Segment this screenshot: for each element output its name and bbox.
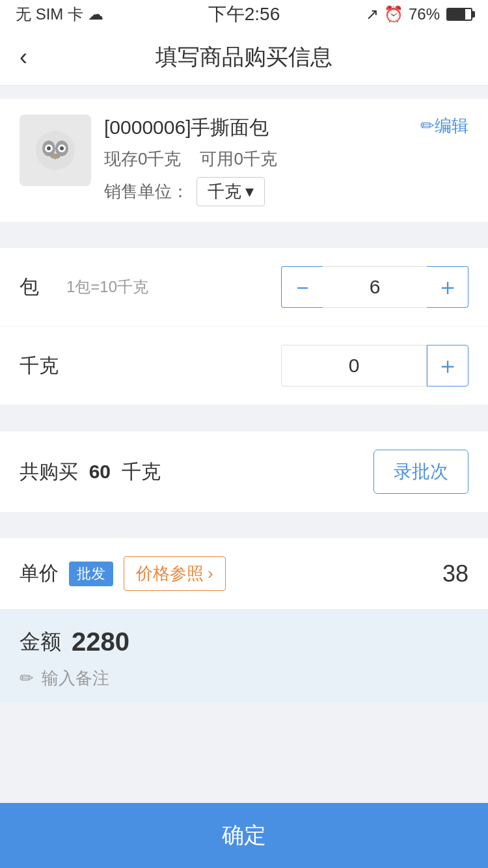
alarm-icon: ⏰	[384, 5, 403, 23]
page-wrapper: 无 SIM 卡 ☁ 下午2:56 ↗ ⏰ 76% ‹ 填写商品购买信息	[0, 0, 488, 868]
bag-quantity-input[interactable]	[323, 266, 427, 308]
battery-icon	[446, 8, 472, 21]
status-left: 无 SIM 卡 ☁	[16, 4, 103, 25]
edit-button[interactable]: ✏编辑	[420, 115, 468, 137]
status-bar: 无 SIM 卡 ☁ 下午2:56 ↗ ⏰ 76%	[0, 0, 488, 29]
kg-quantity-control: ＋	[281, 345, 468, 387]
product-card: [0000006]手撕面包 ✏编辑 现存0千克 可用0千克 销售单位： 千克 ▾	[0, 99, 488, 222]
plus-icon: ＋	[436, 271, 459, 303]
quantity-bag-row: 包 1包=10千克 － ＋	[0, 248, 488, 327]
total-unit: 千克	[122, 461, 161, 482]
svg-point-5	[47, 146, 51, 150]
total-label: 共购买 60 千克	[20, 459, 161, 485]
unit-value: 千克	[208, 180, 241, 203]
location-icon: ↗	[366, 5, 379, 23]
svg-point-0	[36, 131, 75, 170]
unit-select[interactable]: 千克 ▾	[197, 177, 265, 206]
price-value: 38	[442, 560, 468, 588]
price-row: 单价 批发 价格参照 › 38	[0, 538, 488, 609]
divider-1	[0, 222, 488, 235]
product-stock: 现存0千克 可用0千克	[104, 148, 468, 170]
amount-value: 2280	[72, 627, 129, 657]
quantity-section: 包 1包=10千克 － ＋ 千克 ＋	[0, 248, 488, 405]
product-image	[20, 115, 91, 186]
price-ref-button[interactable]: 价格参照 ›	[124, 556, 226, 591]
kg-quantity-input[interactable]	[281, 345, 427, 387]
product-info: [0000006]手撕面包 ✏编辑 现存0千克 可用0千克 销售单位： 千克 ▾	[104, 115, 468, 206]
kg-plus-button[interactable]: ＋	[427, 345, 468, 387]
total-row: 共购买 60 千克 录批次	[0, 431, 488, 512]
amount-row: 金额 2280	[20, 627, 468, 657]
amount-section: 金额 2280 ✏ 输入备注	[0, 609, 488, 703]
quantity-kg-row: 千克 ＋	[0, 327, 488, 405]
price-ref-label: 价格参照	[136, 562, 204, 585]
divider-3	[0, 512, 488, 525]
bag-quantity-control: － ＋	[281, 266, 468, 308]
product-name: [0000006]手撕面包	[104, 115, 269, 141]
remark-placeholder: 输入备注	[42, 667, 109, 690]
available-label: 可用0千克	[200, 149, 277, 169]
remark-row[interactable]: ✏ 输入备注	[20, 667, 468, 690]
remark-icon: ✏	[20, 668, 34, 688]
back-button[interactable]: ‹	[20, 37, 34, 77]
battery-fill	[448, 9, 465, 20]
divider-2	[0, 405, 488, 418]
kg-plus-icon: ＋	[436, 350, 459, 382]
record-batch-button[interactable]: 录批次	[373, 450, 468, 494]
unit-label: 销售单位：	[104, 180, 189, 203]
total-amount: 60	[89, 461, 111, 482]
status-right: ↗ ⏰ 76%	[366, 5, 472, 23]
confirm-button-text: 确定	[222, 821, 266, 850]
minus-icon: －	[291, 271, 314, 303]
stock-label: 现存0千克	[104, 149, 181, 169]
bag-plus-button[interactable]: ＋	[427, 266, 468, 308]
price-ref-arrow: ›	[208, 563, 213, 584]
price-label: 单价	[20, 560, 59, 587]
confirm-bar[interactable]: 确定	[0, 803, 488, 868]
kg-label: 千克	[20, 353, 59, 379]
total-section: 共购买 60 千克 录批次	[0, 431, 488, 512]
nav-bar: ‹ 填写商品购买信息	[0, 29, 488, 86]
product-logo	[33, 128, 78, 173]
svg-point-6	[60, 146, 64, 150]
page-title: 填写商品购买信息	[156, 42, 332, 72]
unit-dropdown-icon: ▾	[245, 182, 254, 202]
bag-hint: 1包=10千克	[66, 277, 281, 297]
total-prefix: 共购买	[20, 461, 78, 482]
batch-badge: 批发	[69, 562, 113, 586]
battery-percent: 76%	[409, 5, 440, 23]
amount-label: 金额	[20, 628, 61, 657]
status-time: 下午2:56	[208, 2, 280, 27]
product-unit-row: 销售单位： 千克 ▾	[104, 177, 468, 206]
bag-label: 包	[20, 274, 59, 301]
bag-minus-button[interactable]: －	[281, 266, 323, 308]
sim-label: 无 SIM 卡 ☁	[16, 4, 103, 25]
price-section: 单价 批发 价格参照 › 38	[0, 538, 488, 609]
